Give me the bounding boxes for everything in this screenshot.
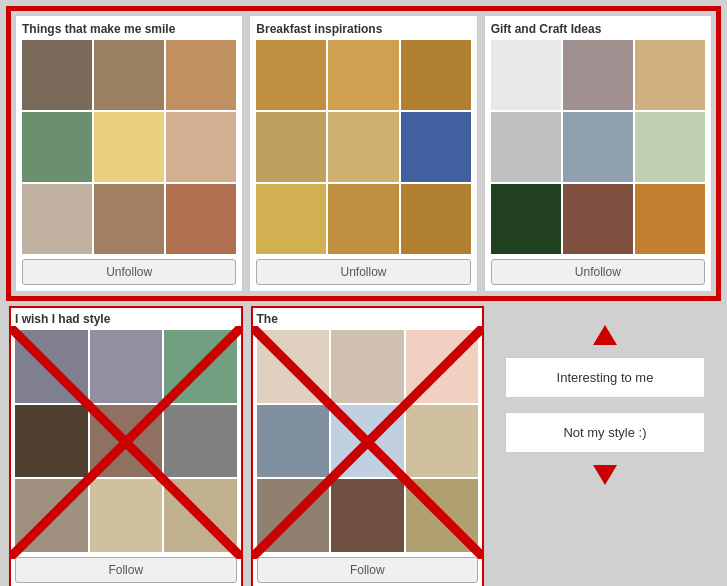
img-cell: [256, 40, 326, 110]
img-cell: [90, 330, 163, 403]
board-craft: Gift and Craft Ideas Unfollow: [484, 15, 712, 292]
board-breakfast-images: [256, 40, 470, 254]
img-cell: [563, 40, 633, 110]
img-cell: [331, 479, 404, 552]
img-cell: [406, 330, 479, 403]
img-cell: [166, 112, 236, 182]
down-arrow-icon: [593, 465, 617, 485]
board-style-images: [15, 330, 237, 552]
board-smile-images: [22, 40, 236, 254]
board-craft-images: [491, 40, 705, 254]
img-cell: [90, 479, 163, 552]
not-style-button[interactable]: Not my style :): [505, 412, 705, 453]
img-cell: [22, 40, 92, 110]
img-cell: [635, 40, 705, 110]
img-cell: [406, 405, 479, 478]
board-the: The Follow: [250, 305, 486, 586]
img-cell: [563, 184, 633, 254]
img-cell: [166, 184, 236, 254]
img-cell: [256, 184, 326, 254]
main-container: Things that make me smile Unfollow Break…: [0, 0, 727, 586]
img-cell: [257, 479, 330, 552]
img-cell: [15, 479, 88, 552]
board-breakfast-title: Breakfast inspirations: [256, 22, 470, 36]
follow-style-button[interactable]: Follow: [15, 557, 237, 583]
board-the-title: The: [257, 312, 479, 326]
board-the-images: [257, 330, 479, 552]
img-cell: [635, 184, 705, 254]
board-style-title: I wish I had style: [15, 312, 237, 326]
board-breakfast: Breakfast inspirations Unfollow: [249, 15, 477, 292]
img-cell: [164, 330, 237, 403]
img-cell: [164, 479, 237, 552]
top-boards-row: Things that make me smile Unfollow Break…: [8, 8, 719, 299]
up-arrow-icon: [593, 325, 617, 345]
unfollow-craft-button[interactable]: Unfollow: [491, 259, 705, 285]
bottom-section: I wish I had style: [8, 305, 719, 586]
img-cell: [328, 112, 398, 182]
board-style: I wish I had style: [8, 305, 244, 586]
img-cell: [491, 184, 561, 254]
board-smile-title: Things that make me smile: [22, 22, 236, 36]
img-cell: [90, 405, 163, 478]
img-cell: [256, 112, 326, 182]
board-smile: Things that make me smile Unfollow: [15, 15, 243, 292]
img-cell: [401, 184, 471, 254]
follow-the-button[interactable]: Follow: [257, 557, 479, 583]
img-cell: [401, 40, 471, 110]
up-arrow-row: [593, 325, 617, 345]
interesting-label: Interesting to me: [557, 370, 654, 385]
img-cell: [635, 112, 705, 182]
img-cell: [22, 184, 92, 254]
img-cell: [94, 112, 164, 182]
img-cell: [257, 330, 330, 403]
img-cell: [563, 112, 633, 182]
img-cell: [331, 405, 404, 478]
img-cell: [94, 40, 164, 110]
img-cell: [166, 40, 236, 110]
img-cell: [94, 184, 164, 254]
interesting-button[interactable]: Interesting to me: [505, 357, 705, 398]
action-panel: Interesting to me Not my style :): [491, 305, 719, 586]
img-cell: [15, 405, 88, 478]
img-cell: [328, 40, 398, 110]
img-cell: [15, 330, 88, 403]
img-cell: [22, 112, 92, 182]
not-style-label: Not my style :): [563, 425, 646, 440]
img-cell: [328, 184, 398, 254]
img-cell: [164, 405, 237, 478]
img-cell: [491, 112, 561, 182]
img-cell: [331, 330, 404, 403]
unfollow-smile-button[interactable]: Unfollow: [22, 259, 236, 285]
down-arrow-row: [593, 465, 617, 485]
board-craft-title: Gift and Craft Ideas: [491, 22, 705, 36]
img-cell: [406, 479, 479, 552]
img-cell: [491, 40, 561, 110]
img-cell: [401, 112, 471, 182]
img-cell: [257, 405, 330, 478]
bottom-boards: I wish I had style: [8, 305, 485, 586]
unfollow-breakfast-button[interactable]: Unfollow: [256, 259, 470, 285]
